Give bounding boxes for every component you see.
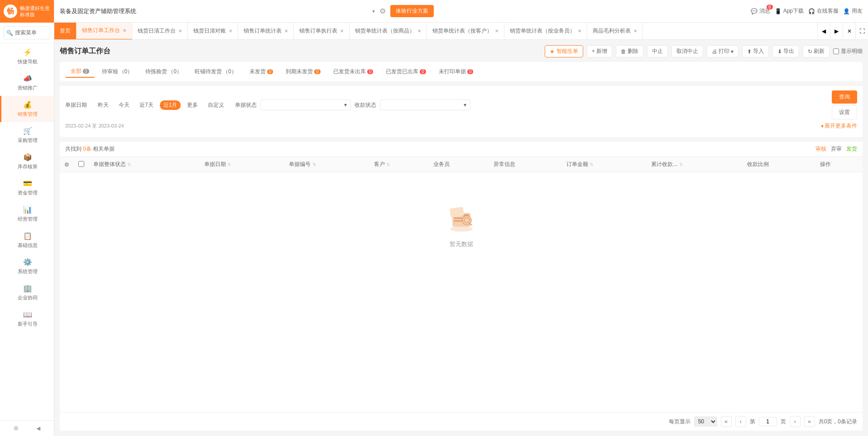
select-all-checkbox[interactable]	[78, 161, 84, 167]
show-detail-checkbox[interactable]: 显示明细	[833, 47, 863, 55]
page-label: 页	[781, 418, 786, 426]
tab-close-sales-stat2[interactable]: ✕	[417, 28, 421, 33]
status-select[interactable]: ▾	[260, 100, 351, 110]
sub-tab-overdue-ship[interactable]: 到期未发货0	[280, 66, 326, 77]
sidebar-item-system[interactable]: ⚙️ 系统管理	[0, 253, 54, 280]
date-btn-yesterday[interactable]: 昨天	[94, 100, 112, 110]
abort-button[interactable]: 中止	[647, 45, 668, 57]
sub-tab-shipped-no-out[interactable]: 已发货未出库0	[328, 66, 379, 77]
tab-close-cash-daily[interactable]: ✕	[178, 28, 182, 33]
tab-sales-stat[interactable]: 销售订单统计表 ✕	[238, 23, 294, 40]
app-download-button[interactable]: 📱 App下载	[775, 7, 804, 15]
show-detail-input[interactable]	[833, 48, 839, 54]
ship-action-button[interactable]: 发货	[846, 145, 857, 153]
sub-tab-not-shipped[interactable]: 未发货0	[244, 66, 279, 77]
sidebar-item-inventory[interactable]: 📦 库存核算	[0, 148, 54, 175]
tab-prev-arrow[interactable]: ◀	[817, 23, 830, 40]
sort-date-icon[interactable]: ⇅	[227, 162, 231, 167]
tab-sales-stat2[interactable]: 销货单统计表（按商品） ✕	[350, 23, 427, 40]
col-settings[interactable]: ⚙	[60, 157, 74, 172]
tab-cash-reconcile[interactable]: 钱货日清对账 ✕	[188, 23, 238, 40]
message-button[interactable]: 💬 消息 6	[751, 7, 770, 15]
review-action-button[interactable]: 审核	[815, 145, 826, 153]
tab-sales-exec[interactable]: 销售订单执行表 ✕	[294, 23, 350, 40]
tab-close-sales-exec[interactable]: ✕	[340, 28, 344, 33]
col-salesperson: 业务员	[429, 157, 489, 172]
date-btn-today[interactable]: 今天	[115, 100, 133, 110]
delete-button[interactable]: 🗑 删除	[616, 45, 643, 57]
sort-status-icon[interactable]: ⇅	[127, 162, 131, 167]
page-size-select[interactable]: 10 20 50 100	[694, 417, 717, 427]
first-page-button[interactable]: «	[721, 416, 732, 427]
sort-collected-icon[interactable]: ⇅	[679, 162, 683, 167]
tab-close-all[interactable]: ✕	[843, 23, 855, 40]
tab-close-sales-stat[interactable]: ✕	[284, 28, 288, 33]
sidebar-item-purchase[interactable]: 🛒 采购管理	[0, 122, 54, 148]
sort-number-icon[interactable]: ⇅	[312, 162, 316, 167]
sub-tab-wangpu-ship[interactable]: 旺铺待发货（0）	[189, 66, 242, 77]
abort-action-button[interactable]: 弃审	[831, 145, 842, 153]
col-checkbox[interactable]	[74, 157, 89, 172]
tab-cash-daily[interactable]: 钱货日清工作台 ✕	[132, 23, 188, 40]
tab-sales-stat4[interactable]: 销货单统计表（按业务员） ✕	[504, 23, 587, 40]
tab-close-margin[interactable]: ✕	[633, 28, 637, 33]
date-btn-7days[interactable]: 近7天	[136, 100, 157, 110]
tab-close-sales-workbench[interactable]: ✕	[123, 28, 126, 33]
new-button[interactable]: + 新增	[587, 45, 612, 57]
sub-tab-pending-review[interactable]: 待审核（0）	[96, 66, 139, 77]
query-button[interactable]: 查询	[832, 90, 857, 104]
sort-amount-icon[interactable]: ⇅	[590, 162, 593, 167]
sidebar-item-finance[interactable]: 💳 资金管理	[0, 175, 54, 201]
last-page-button[interactable]: »	[804, 416, 815, 427]
sidebar-item-marketing[interactable]: 📣 营销推广	[0, 70, 54, 96]
search-menu-button[interactable]: 🔍 搜索菜单	[4, 26, 50, 39]
refresh-button[interactable]: ↻ 刷新	[803, 45, 830, 57]
sub-tab-no-print[interactable]: 未打印单据0	[433, 66, 479, 77]
tab-sales-workbench[interactable]: 销售订单工作台 ✕	[77, 23, 132, 40]
sub-tab-shipped-out[interactable]: 已发货已出库0	[380, 66, 432, 77]
tab-close-sales-stat3[interactable]: ✕	[495, 28, 499, 33]
sub-tab-all[interactable]: 全部0	[65, 66, 95, 78]
collapse-icon[interactable]: ◀	[36, 425, 40, 431]
date-btn-more[interactable]: 更多	[183, 100, 201, 110]
record-count: 共找到 0条 相关单据	[65, 145, 115, 153]
print-dropdown-icon[interactable]: ▾	[731, 48, 734, 55]
date-btn-custom[interactable]: 自定义	[204, 100, 228, 110]
sidebar-item-quick[interactable]: ⚡ 快捷导航	[0, 43, 54, 70]
dropdown-icon[interactable]: ▾	[372, 8, 375, 14]
export-button[interactable]: ⬇ 导出	[772, 45, 799, 57]
smart-order-button[interactable]: ★ 智能生单	[545, 45, 583, 57]
tab-sales-stat3[interactable]: 销货单统计表（按客户） ✕	[427, 23, 504, 40]
tab-margin[interactable]: 商品毛利分析表 ✕	[587, 23, 643, 40]
sidebar-item-guide[interactable]: 📖 新手引导	[0, 306, 54, 332]
sort-customer-icon[interactable]: ⇅	[386, 162, 390, 167]
import-button[interactable]: ⬆ 导入	[742, 45, 769, 57]
page-number-input[interactable]	[759, 417, 777, 426]
user-button[interactable]: 👤 用友	[843, 7, 863, 15]
trial-button[interactable]: 体验行业方案	[390, 5, 434, 17]
expand-filter-button[interactable]: ▾ 展开更多条件	[821, 122, 857, 130]
sidebar-item-sales[interactable]: 💰 销售管理	[0, 96, 54, 122]
sub-tab-pending-inspect[interactable]: 待拣验货（0）	[140, 66, 187, 77]
sidebar-item-operations[interactable]: 📊 经营管理	[0, 201, 54, 227]
online-service-button[interactable]: 🎧 在线客服	[808, 7, 839, 15]
date-btn-1month[interactable]: 近1月	[160, 100, 181, 110]
settings-icon[interactable]: ⚙	[14, 425, 19, 431]
print-button[interactable]: 🖨 打印 ▾	[707, 45, 739, 57]
payment-select[interactable]: ▾	[380, 100, 470, 110]
tab-next-arrow[interactable]: ▶	[830, 23, 843, 40]
sidebar-item-basic[interactable]: 📋 基础信息	[0, 227, 54, 253]
settings-gear-icon[interactable]: ⚙	[379, 7, 386, 15]
tab-home[interactable]: 首页	[54, 23, 77, 40]
next-page-button[interactable]: ›	[790, 416, 801, 427]
setting-button[interactable]: 设置	[832, 105, 857, 119]
sidebar-item-enterprise[interactable]: 🏢 企业协同	[0, 280, 54, 306]
prev-page-button[interactable]: ‹	[735, 416, 746, 427]
tab-fullscreen[interactable]: ⛶	[855, 23, 868, 40]
tab-close-cash-reconcile[interactable]: ✕	[229, 28, 232, 33]
table-scroll-area[interactable]: ⚙ 单据整体状态 ⇅ 单据日期 ⇅ 单据编号	[60, 157, 863, 412]
payment-filter-label: 收款状态	[355, 101, 376, 109]
tab-close-sales-stat4[interactable]: ✕	[578, 28, 581, 33]
cancel-abort-button[interactable]: 取消中止	[671, 45, 703, 57]
pagination: 每页显示 10 20 50 100 « ‹ 第 页 › » 共0页，0条记录	[60, 412, 863, 431]
